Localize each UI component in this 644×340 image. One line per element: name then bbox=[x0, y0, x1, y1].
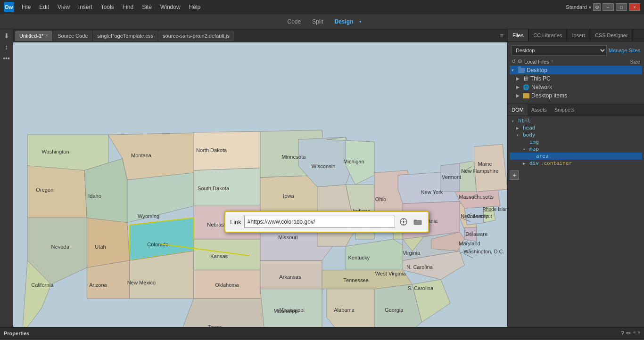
props-header: Properties ? ✏ « » bbox=[0, 328, 644, 339]
document-tab-close[interactable]: × bbox=[45, 33, 48, 38]
tab-files[interactable]: Files bbox=[508, 29, 528, 41]
svg-text:Maine: Maine bbox=[478, 161, 492, 167]
menu-site[interactable]: Site bbox=[138, 3, 156, 11]
link-browse-icon-button[interactable] bbox=[412, 216, 423, 227]
location-select[interactable]: Desktop bbox=[512, 45, 607, 56]
div-toggle[interactable]: ▶ bbox=[523, 161, 528, 166]
settings-icon[interactable]: ⚙ bbox=[593, 3, 601, 11]
local-files-header: ↺ ⚙ Local Files ↑ Size bbox=[510, 57, 642, 66]
props-collapse-button[interactable]: « bbox=[633, 330, 636, 337]
props-title: Properties bbox=[4, 331, 617, 336]
design-view-button[interactable]: Design bbox=[330, 17, 358, 26]
dom-area: DOM Assets Snippets ▾ html ▶ head ▾ b bbox=[508, 104, 644, 327]
workspace-dropdown-icon[interactable]: ▾ bbox=[589, 5, 591, 10]
tab-cc-libraries[interactable]: CC Libraries bbox=[528, 29, 567, 41]
tree-toggle-desktop-items[interactable]: ▶ bbox=[516, 93, 521, 98]
design-dropdown[interactable]: Design ▾ bbox=[330, 17, 362, 26]
svg-text:New Mexico: New Mexico bbox=[127, 280, 156, 285]
design-dropdown-arrow[interactable]: ▾ bbox=[359, 19, 362, 24]
menu-view[interactable]: View bbox=[54, 3, 74, 11]
svg-text:Mississippi: Mississippi bbox=[279, 307, 305, 313]
svg-text:Massachusetts: Massachusetts bbox=[459, 194, 494, 200]
html-toggle[interactable]: ▾ bbox=[512, 119, 516, 123]
tab-css-designer[interactable]: CSS Designer bbox=[590, 29, 633, 41]
document-tab[interactable]: Untitled-1* × bbox=[15, 31, 52, 41]
svg-text:Ohio: Ohio bbox=[375, 196, 386, 202]
head-toggle[interactable]: ▶ bbox=[516, 126, 521, 130]
insert-tool[interactable]: ⬇ bbox=[2, 31, 11, 40]
props-expand-button[interactable]: » bbox=[637, 330, 640, 337]
settings-icon[interactable]: ⚙ bbox=[518, 58, 522, 65]
dom-node-html[interactable]: ▾ html bbox=[510, 117, 642, 124]
title-bar: Dw File Edit View Insert Tools Find Site… bbox=[0, 0, 644, 14]
svg-text:S. Carolina: S. Carolina bbox=[407, 285, 434, 291]
dom-node-head[interactable]: ▶ head bbox=[510, 124, 642, 131]
menu-help[interactable]: Help bbox=[185, 3, 205, 11]
svg-text:Washington: Washington bbox=[41, 149, 69, 155]
tree-toggle-network[interactable]: ▶ bbox=[516, 85, 521, 89]
tree-toggle-desktop[interactable]: ▾ bbox=[512, 68, 516, 73]
props-help-icon[interactable]: ? bbox=[621, 330, 624, 337]
dom-node-img[interactable]: img bbox=[510, 138, 642, 146]
body-toggle[interactable]: ▾ bbox=[516, 133, 521, 138]
svg-text:California: California bbox=[31, 282, 54, 288]
dom-node-map[interactable]: ▾ map bbox=[510, 146, 642, 153]
add-node-button[interactable]: + bbox=[510, 170, 519, 180]
svg-text:Nevada: Nevada bbox=[51, 244, 70, 250]
code-view-button[interactable]: Code bbox=[282, 17, 305, 26]
split-view-button[interactable]: Split bbox=[307, 17, 328, 26]
map-canvas[interactable]: Washington Oregon Idaho Nevada Californi… bbox=[13, 42, 507, 327]
monitor-icon: 🖥 bbox=[523, 75, 528, 82]
tree-item-network[interactable]: ▶ 🌐 Network bbox=[510, 83, 642, 91]
left-tools: ⬇ ↕ ••• bbox=[0, 29, 13, 327]
tree-item-label-this-pc: This PC bbox=[530, 75, 551, 82]
svg-text:South Dakota: South Dakota bbox=[198, 186, 230, 191]
js-tab[interactable]: source-sans-pro:n2:default.js bbox=[158, 31, 234, 41]
dom-node-div[interactable]: ▶ div .container bbox=[510, 160, 642, 167]
svg-text:Missouri: Missouri bbox=[278, 235, 297, 240]
svg-text:Utah: Utah bbox=[95, 244, 106, 250]
tree-toggle-this-pc[interactable]: ▶ bbox=[516, 76, 521, 81]
maximize-button[interactable]: □ bbox=[616, 3, 627, 11]
svg-text:Wyoming: Wyoming bbox=[138, 213, 159, 219]
tree-item-this-pc[interactable]: ▶ 🖥 This PC bbox=[510, 74, 642, 83]
menu-edit[interactable]: Edit bbox=[35, 3, 53, 11]
dom-node-body[interactable]: ▾ body bbox=[510, 131, 642, 138]
location-bar: Desktop Manage Sites bbox=[510, 43, 642, 57]
size-column-label: Size bbox=[630, 59, 640, 65]
refresh-icon[interactable]: ↺ bbox=[512, 58, 516, 65]
menu-file[interactable]: File bbox=[18, 3, 34, 11]
menu-window[interactable]: Window bbox=[157, 3, 184, 11]
menu-tools[interactable]: Tools bbox=[97, 3, 118, 11]
menu-insert[interactable]: Insert bbox=[74, 3, 96, 11]
dom-node-area[interactable]: area bbox=[510, 153, 642, 160]
props-edit-icon[interactable]: ✏ bbox=[626, 330, 631, 337]
move-tool[interactable]: ↕ bbox=[2, 42, 11, 52]
more-tool[interactable]: ••• bbox=[2, 54, 11, 63]
close-button[interactable]: × bbox=[629, 3, 640, 11]
title-bar-right: Standard ▾ ⚙ − □ × bbox=[566, 3, 640, 11]
dom-tab[interactable]: DOM bbox=[508, 104, 528, 115]
tree-item-desktop[interactable]: ▾ Desktop bbox=[510, 66, 642, 74]
svg-text:N. Carolina: N. Carolina bbox=[406, 264, 433, 270]
link-target-icon-button[interactable] bbox=[398, 216, 409, 227]
svg-text:West Virginia: West Virginia bbox=[375, 271, 406, 276]
assets-tab[interactable]: Assets bbox=[528, 104, 551, 115]
snippets-tab[interactable]: Snippets bbox=[551, 104, 578, 115]
link-popup-input[interactable] bbox=[244, 216, 395, 228]
svg-text:Maryland: Maryland bbox=[459, 241, 480, 246]
tab-insert[interactable]: Insert bbox=[567, 29, 590, 41]
menu-find[interactable]: Find bbox=[119, 3, 137, 11]
tab-bar: Untitled-1* × Source Code singlePageTemp… bbox=[13, 29, 507, 42]
svg-text:Montana: Montana bbox=[131, 153, 152, 158]
minimize-button[interactable]: − bbox=[603, 3, 614, 11]
svg-text:Wisconsin: Wisconsin bbox=[312, 163, 335, 169]
css-tab[interactable]: singlePageTemplate.css bbox=[93, 31, 157, 41]
local-files-label: Local Files bbox=[524, 59, 549, 65]
tree-item-desktop-items[interactable]: ▶ Desktop items bbox=[510, 91, 642, 100]
manage-sites-link[interactable]: Manage Sites bbox=[609, 48, 640, 53]
map-toggle[interactable]: ▾ bbox=[523, 147, 528, 152]
source-code-tab[interactable]: Source Code bbox=[53, 31, 92, 41]
main-area: ⬇ ↕ ••• Untitled-1* × Source Code single… bbox=[0, 29, 644, 327]
tab-filter-icon[interactable]: ≡ bbox=[498, 32, 505, 40]
